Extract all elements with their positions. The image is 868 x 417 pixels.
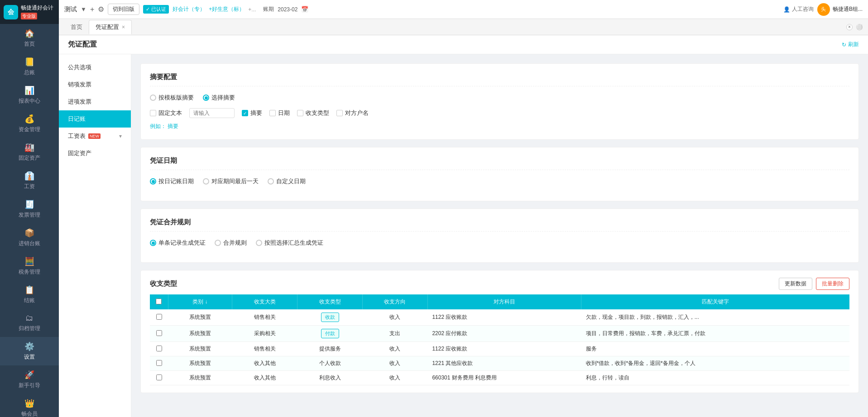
right-content: 摘要配置 按模板版摘要 选择摘要 <box>131 54 868 417</box>
update-data-button[interactable]: 更新数据 <box>779 278 812 290</box>
row-checkbox-2[interactable] <box>156 346 162 351</box>
sidebar-item-资金管理[interactable]: 💰 资金管理 <box>0 109 59 138</box>
radio-merge-rule[interactable]: 合并规则 <box>215 239 247 247</box>
sidebar-item-首页[interactable]: 🏠 首页 <box>0 24 59 52</box>
settings-icon[interactable]: ⚙ <box>98 5 104 14</box>
type-tag-button[interactable]: 收款 <box>321 313 339 322</box>
summary-checkbox[interactable]: ✓ 摘要 <box>242 109 262 117</box>
radio-single-record[interactable]: 单条记录生成凭证 <box>150 239 206 247</box>
counterparty-checkbox-box <box>336 110 343 116</box>
support-button[interactable]: 👤 人工咨询 <box>783 5 814 13</box>
sidebar-item-税务管理[interactable]: 🧮 税务管理 <box>0 252 59 280</box>
row-account: 1122 应收账款 <box>427 342 581 356</box>
row-keywords: 利息，行转，读自 <box>581 371 849 385</box>
sidebar-item-报表中心[interactable]: 📊 报表中心 <box>0 81 59 109</box>
radio-select-summary[interactable]: 选择摘要 <box>203 94 235 102</box>
sidebar-icon-资金管理: 💰 <box>24 114 34 124</box>
sidebar-item-设置[interactable]: ⚙️ 设置 <box>0 337 59 365</box>
income-type-checkbox[interactable]: 收支类型 <box>297 109 329 117</box>
sidebar-icon-首页: 🏠 <box>24 28 34 38</box>
row-direction: 收入 <box>363 309 428 326</box>
counterparty-checkbox[interactable]: 对方户名 <box>336 109 369 117</box>
row-account: 660301 财务费用 利息费用 <box>427 371 581 385</box>
radio-by-journal-date[interactable]: 按日记账日期 <box>150 177 194 185</box>
sidebar-item-总账[interactable]: 📒 总账 <box>0 52 59 81</box>
arrow-icon: ▾ <box>119 133 122 139</box>
radio-period-last-day[interactable]: 对应期间最后一天 <box>203 177 259 185</box>
logo-sub: 专业版 <box>21 13 37 19</box>
switch-version-button[interactable]: 切到旧版 <box>108 4 139 15</box>
income-expense-section: 收支类型 更新数据 批量删除 类别 ↓ 收支大类 收支类型 <box>140 270 859 393</box>
app-logo: 会 畅捷通好会计 专业版 <box>0 0 59 24</box>
period-value: 2023-02 <box>278 6 297 13</box>
fixed-text-checkbox[interactable]: 固定文本 <box>150 109 182 117</box>
row-big-type: 收入其他 <box>232 356 297 371</box>
row-big-type: 销售相关 <box>232 342 297 356</box>
radio-custom-date[interactable]: 自定义日期 <box>268 177 306 185</box>
row-account: 1221 其他应收款 <box>427 356 581 371</box>
left-nav-item-进项发票[interactable]: 进项发票 <box>59 93 131 110</box>
table-row: 系统预置 销售相关 收款 收入 1122 应收账款 欠款，现金，项目款，到款，报… <box>150 309 849 326</box>
date-checkbox-box <box>269 110 276 116</box>
add-button[interactable]: + <box>90 5 94 14</box>
example-text: 例如： 摘要 <box>150 123 849 130</box>
main-area: 测试 ▼ + ⚙ 切到旧版 ✓ 已认证 好会计（专） +好生意（标） +... … <box>59 0 868 417</box>
sidebar-label-固定资产: 固定资产 <box>19 154 40 162</box>
tab-voucher-config[interactable]: 凭证配置 × <box>89 20 132 34</box>
left-nav-item-销项发票[interactable]: 销项发票 <box>59 76 131 93</box>
merge-rules-radio-group: 单条记录生成凭证 合并规则 按照选择汇总生成凭证 <box>150 239 849 247</box>
window-close-button[interactable]: × <box>846 24 853 30</box>
sidebar-item-归档管理[interactable]: 🗂 归档管理 <box>0 309 59 337</box>
row-checkbox-4[interactable] <box>156 374 162 380</box>
sidebar-item-工资[interactable]: 👔 工资 <box>0 166 59 195</box>
fixed-text-checkbox-box <box>150 110 156 116</box>
left-nav-label: 销项发票 <box>68 81 91 89</box>
radio-custom-date-circle <box>268 178 274 185</box>
table-head: 类别 ↓ 收支大类 收支类型 收支方向 对方科目 匹配关键字 <box>150 294 849 309</box>
refresh-button[interactable]: ↻ 刷新 <box>842 41 859 48</box>
left-nav-label: 工资表 <box>68 132 86 140</box>
batch-delete-button[interactable]: 批量删除 <box>816 278 849 290</box>
radio-summary-generate[interactable]: 按照选择汇总生成凭证 <box>256 239 323 247</box>
select-all-checkbox[interactable] <box>156 299 162 304</box>
tab-home[interactable]: 首页 <box>64 20 89 34</box>
row-checkbox-1[interactable] <box>156 330 162 336</box>
type-text: 提供服务 <box>319 346 341 352</box>
row-checkbox-3[interactable] <box>156 360 162 366</box>
left-nav: 公共选项销项发票进项发票日记账工资表NEW▾固定资产 <box>59 54 131 417</box>
sidebar-item-结账[interactable]: 📋 结账 <box>0 280 59 309</box>
date-checkbox[interactable]: 日期 <box>269 109 290 117</box>
left-nav-label: 公共选项 <box>68 63 91 71</box>
company-dropdown[interactable]: ▼ <box>81 6 86 13</box>
tab-close-icon[interactable]: × <box>122 24 125 30</box>
row-type: 利息收入 <box>297 371 363 385</box>
calendar-icon[interactable]: 📅 <box>301 6 308 13</box>
window-maximize-button[interactable]: ⬜ <box>856 24 863 30</box>
sidebar-item-进销台账[interactable]: 📦 进销台账 <box>0 223 59 252</box>
merge-rules-title: 凭证合并规则 <box>150 218 849 232</box>
sidebar-item-发票管理[interactable]: 🧾 发票管理 <box>0 195 59 223</box>
voucher-date-radio-group: 按日记账日期 对应期间最后一天 自定义日期 <box>150 177 849 185</box>
left-nav-item-固定资产[interactable]: 固定资产 <box>59 145 131 162</box>
radio-template-summary[interactable]: 按模板版摘要 <box>150 94 194 102</box>
income-expense-table: 类别 ↓ 收支大类 收支类型 收支方向 对方科目 匹配关键字 系统预置 销售相关 <box>150 294 849 385</box>
sidebar-item-畅会员[interactable]: 👑 畅会员 <box>0 394 59 417</box>
sidebar-icon-设置: ⚙️ <box>24 341 34 351</box>
col-big-type: 收支大类 <box>232 294 297 309</box>
merge-rules-section: 凭证合并规则 单条记录生成凭证 合并规则 按照选择汇总生成凭证 <box>140 208 859 263</box>
summary-section: 摘要配置 按模板版摘要 选择摘要 <box>140 63 859 140</box>
sidebar-item-新手引导[interactable]: 🚀 新手引导 <box>0 365 59 394</box>
left-nav-item-公共选项[interactable]: 公共选项 <box>59 59 131 76</box>
left-nav-item-工资表[interactable]: 工资表NEW▾ <box>59 128 131 145</box>
left-nav-label: 日记账 <box>68 115 86 123</box>
page-header: 凭证配置 ↻ 刷新 <box>59 35 868 54</box>
fixed-text-input[interactable] <box>189 108 235 118</box>
table-row: 系统预置 销售相关 提供服务 收入 1122 应收账款 服务 <box>150 342 849 356</box>
row-direction: 收入 <box>363 342 428 356</box>
row-checkbox-0[interactable] <box>156 314 162 320</box>
left-nav-item-日记账[interactable]: 日记账 <box>59 110 131 128</box>
type-tag-button[interactable]: 付款 <box>321 329 339 338</box>
col-keywords: 匹配关键字 <box>581 294 849 309</box>
sidebar-item-固定资产[interactable]: 🏭 固定资产 <box>0 138 59 166</box>
type-text: 利息收入 <box>319 374 341 381</box>
